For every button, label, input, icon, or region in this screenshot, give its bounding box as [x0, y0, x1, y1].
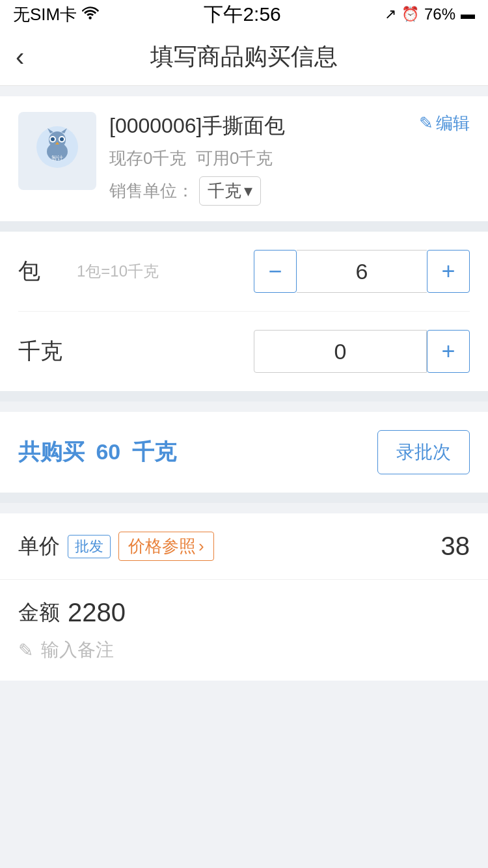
empty-space	[0, 681, 488, 868]
product-card: 智计 [0000006]手撕面包 ✎ 编辑 现存0千克 可用0千克 销售单位： …	[0, 96, 488, 221]
unit-arrow-icon: ▾	[244, 181, 252, 201]
status-right: ↗ ⏰ 76% ▬	[385, 5, 475, 23]
svg-text:智计: 智计	[51, 155, 63, 161]
product-unit: 销售单位： 千克 ▾	[109, 176, 470, 206]
bao-label: 包	[18, 256, 70, 286]
total-amount: 60	[96, 439, 120, 464]
kg-label: 千克	[18, 336, 70, 366]
bao-hint: 1包=10千克	[77, 261, 254, 282]
bao-input[interactable]	[297, 250, 427, 293]
product-logo: 智计	[34, 124, 80, 178]
product-thumbnail: 智计	[18, 112, 96, 190]
wholesale-tag: 批发	[68, 535, 111, 558]
battery-icon: ▬	[461, 6, 475, 23]
amount-label: 金额	[18, 599, 60, 627]
amount-row: 金额 2280	[18, 598, 470, 627]
status-left: 无SIM卡	[13, 3, 100, 26]
note-icon: ✎	[18, 640, 33, 661]
separator-2	[0, 391, 488, 401]
gps-icon: ↗	[385, 6, 396, 23]
note-placeholder: 输入备注	[41, 638, 114, 662]
price-section: 单价 批发 价格参照 › 38	[0, 513, 488, 579]
batch-button[interactable]: 录批次	[377, 430, 470, 474]
bao-plus-button[interactable]: +	[427, 250, 470, 293]
svg-point-5	[51, 137, 55, 141]
product-stock: 现存0千克 可用0千克	[109, 147, 470, 170]
total-text: 共购买 60 千克	[18, 437, 176, 467]
product-info: [0000006]手撕面包 ✎ 编辑 现存0千克 可用0千克 销售单位： 千克 …	[109, 112, 470, 206]
price-left: 单价 批发 价格参照 ›	[18, 532, 214, 561]
status-bar: 无SIM卡 下午2:56 ↗ ⏰ 76% ▬	[0, 0, 488, 29]
no-sim-label: 无SIM卡	[13, 3, 77, 26]
page-title: 填写商品购买信息	[150, 41, 338, 73]
edit-button[interactable]: ✎ 编辑	[419, 112, 470, 135]
nav-bar: ‹ 填写商品购买信息	[0, 29, 488, 86]
back-button[interactable]: ‹	[16, 42, 24, 72]
unit-selector[interactable]: 千克 ▾	[199, 176, 261, 206]
price-ref-arrow-icon: ›	[198, 536, 204, 556]
status-time: 下午2:56	[204, 1, 280, 28]
price-ref-button[interactable]: 价格参照 ›	[118, 532, 214, 561]
bao-input-section: 包 1包=10千克 − + 千克 +	[0, 232, 488, 391]
kg-stepper: +	[254, 330, 470, 373]
bao-row: 包 1包=10千克 − +	[18, 232, 470, 312]
kg-row: 千克 +	[18, 312, 470, 391]
price-ref-label: 价格参照	[128, 535, 196, 558]
svg-point-6	[60, 137, 64, 141]
edit-icon: ✎	[419, 113, 433, 133]
price-label: 单价	[18, 532, 60, 561]
amount-section: 金额 2280 ✎ 输入备注	[0, 579, 488, 681]
price-value: 38	[441, 532, 470, 561]
note-row[interactable]: ✎ 输入备注	[18, 638, 470, 662]
product-name: [0000006]手撕面包	[109, 112, 285, 141]
battery-percent: 76%	[424, 5, 455, 23]
kg-plus-button[interactable]: +	[427, 330, 470, 373]
alarm-icon: ⏰	[401, 6, 419, 23]
total-section: 共购买 60 千克 录批次	[0, 412, 488, 493]
bao-minus-button[interactable]: −	[254, 250, 297, 293]
bao-stepper: − +	[254, 250, 470, 293]
edit-label: 编辑	[436, 112, 470, 135]
kg-input[interactable]	[254, 330, 427, 373]
separator-3	[0, 493, 488, 503]
amount-value: 2280	[68, 598, 126, 627]
wifi-icon	[82, 5, 100, 25]
separator-1	[0, 221, 488, 232]
